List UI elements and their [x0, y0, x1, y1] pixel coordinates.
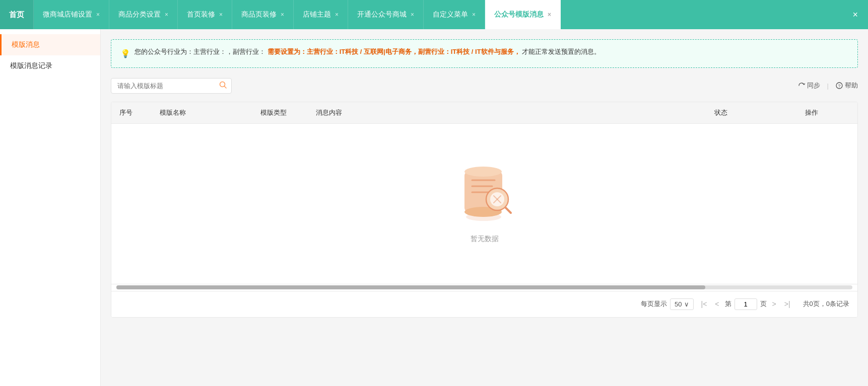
- svg-point-6: [464, 167, 502, 177]
- alert-icon: 💡: [120, 47, 130, 60]
- open-mall-label: 开通公众号商城: [357, 10, 407, 19]
- scrollbar-area[interactable]: [111, 284, 857, 291]
- nav-tab-product-decor[interactable]: 商品页装修 ×: [232, 0, 294, 29]
- close-home-decor-icon[interactable]: ×: [219, 12, 223, 18]
- page-size-label: 每页显示: [641, 299, 667, 308]
- pagination: 每页显示 50 ∨ |< < 第 页 > >| 共0页，0条记录: [111, 291, 857, 317]
- data-table: 序号 模版名称 模版类型 消息内容 状态 操作: [111, 102, 858, 318]
- empty-illustration: [449, 154, 520, 224]
- nav-tab-custom-menu[interactable]: 自定义菜单 ×: [424, 0, 485, 29]
- home-label: 首页: [9, 10, 24, 20]
- sidebar: 模版消息 模版消息记录: [0, 29, 101, 386]
- dropdown-chevron-icon: ∨: [684, 300, 689, 308]
- template-msg-label: 公众号模版消息: [494, 10, 544, 19]
- shop-settings-label: 微商城店铺设置: [43, 10, 92, 19]
- th-name: 模版名称: [152, 102, 252, 123]
- last-page-button[interactable]: >|: [782, 299, 793, 309]
- th-seq: 序号: [111, 102, 152, 123]
- empty-state: 暂无数据: [111, 124, 857, 284]
- help-icon: ?: [836, 82, 843, 89]
- svg-line-13: [506, 208, 511, 213]
- nav-tab-open-mall[interactable]: 开通公众号商城 ×: [348, 0, 424, 29]
- custom-menu-label: 自定义菜单: [433, 10, 468, 19]
- search-bar: 同步 | ? 帮助: [111, 78, 858, 94]
- th-status: 状态: [706, 102, 797, 123]
- close-shop-settings-icon[interactable]: ×: [96, 12, 100, 18]
- total-label: 共0页，0条记录: [803, 299, 849, 308]
- store-theme-label: 店铺主题: [303, 10, 331, 19]
- first-page-button[interactable]: |<: [699, 299, 710, 309]
- scrollbar-track: [116, 285, 852, 289]
- global-close-button[interactable]: ×: [842, 10, 868, 20]
- sidebar-item-template-record[interactable]: 模版消息记录: [0, 55, 100, 76]
- nav-tab-category[interactable]: 商品分类设置 ×: [109, 0, 178, 29]
- sidebar-item-template-msg[interactable]: 模版消息: [0, 34, 100, 55]
- page-di-label: 第: [725, 299, 731, 308]
- nav-tab-home-decor[interactable]: 首页装修 ×: [178, 0, 232, 29]
- main-layout: 模版消息 模版消息记录 💡 您的公众号行业为：主营行业：，副营行业： 需要设置为…: [0, 29, 868, 386]
- close-open-mall-icon[interactable]: ×: [411, 12, 414, 18]
- search-icon: [219, 81, 227, 89]
- alert-banner: 💡 您的公众号行业为：主营行业：，副营行业： 需要设置为：主营行业：IT科技 /…: [111, 39, 858, 68]
- th-type: 模版类型: [252, 102, 308, 123]
- help-button[interactable]: ? 帮助: [836, 81, 858, 90]
- svg-text:?: ?: [838, 84, 840, 89]
- nav-tab-store-theme[interactable]: 店铺主题 ×: [294, 0, 348, 29]
- svg-line-1: [224, 86, 226, 88]
- sync-button[interactable]: 同步: [798, 81, 820, 90]
- search-right: 同步 | ? 帮助: [798, 81, 858, 90]
- page-unit-label: 页: [760, 299, 767, 308]
- nav-tab-shop-settings[interactable]: 微商城店铺设置 ×: [34, 0, 109, 29]
- table-header: 序号 模版名称 模版类型 消息内容 状态 操作: [111, 102, 857, 124]
- category-label: 商品分类设置: [118, 10, 161, 19]
- nav-tab-home[interactable]: 首页: [0, 0, 34, 29]
- search-input-wrap: [111, 78, 232, 94]
- close-store-theme-icon[interactable]: ×: [335, 12, 339, 18]
- next-page-button[interactable]: >: [770, 299, 779, 309]
- nav-divider: |: [827, 82, 829, 90]
- scrollbar-thumb: [116, 285, 705, 289]
- search-left: [111, 78, 232, 94]
- main-content: 💡 您的公众号行业为：主营行业：，副营行业： 需要设置为：主营行业：IT科技 /…: [101, 29, 868, 386]
- page-number-input[interactable]: [735, 298, 757, 310]
- th-action: 操作: [797, 102, 857, 123]
- page-size-dropdown[interactable]: 50 ∨: [670, 298, 693, 310]
- close-custom-menu-icon[interactable]: ×: [472, 12, 476, 18]
- page-nav: |< < 第 页 > >|: [699, 298, 793, 310]
- empty-text: 暂无数据: [471, 235, 499, 244]
- search-input[interactable]: [111, 78, 232, 94]
- close-template-msg-icon[interactable]: ×: [548, 12, 551, 18]
- nav-tab-template-msg[interactable]: 公众号模版消息 ×: [485, 0, 561, 29]
- close-product-decor-icon[interactable]: ×: [281, 12, 284, 18]
- top-nav: 首页 微商城店铺设置 × 商品分类设置 × 首页装修 × 商品页装修 × 店铺主…: [0, 0, 868, 29]
- close-category-icon[interactable]: ×: [165, 12, 168, 18]
- alert-text: 您的公众号行业为：主营行业：，副营行业： 需要设置为：主营行业：IT科技 / 互…: [135, 47, 848, 57]
- product-decor-label: 商品页装修: [241, 10, 277, 19]
- home-decor-label: 首页装修: [187, 10, 215, 19]
- prev-page-button[interactable]: <: [712, 299, 721, 309]
- th-content: 消息内容: [308, 102, 706, 123]
- search-button[interactable]: [219, 81, 227, 90]
- page-size-select: 每页显示 50 ∨: [641, 298, 693, 310]
- sync-icon: [798, 82, 805, 89]
